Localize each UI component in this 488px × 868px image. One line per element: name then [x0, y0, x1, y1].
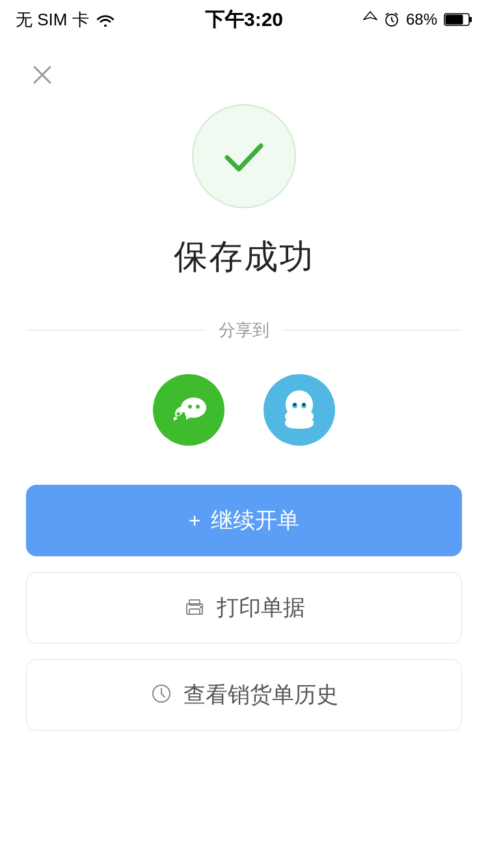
print-receipt-button[interactable]: 打印单据 [26, 572, 462, 644]
main-content: 保存成功 分享到 [0, 39, 488, 868]
battery-percentage: 68% [406, 10, 437, 29]
share-icons [153, 374, 335, 446]
wifi-icon [96, 12, 115, 27]
svg-point-9 [196, 405, 200, 409]
svg-rect-18 [189, 609, 200, 614]
divider-right [282, 330, 462, 331]
share-divider: 分享到 [26, 319, 462, 342]
alarm-icon [384, 11, 400, 28]
status-right: 68% [363, 10, 472, 29]
wechat-share-button[interactable] [153, 374, 224, 446]
view-history-button[interactable]: 查看销货单历史 [26, 659, 462, 731]
success-title: 保存成功 [174, 234, 314, 280]
checkmark-icon [218, 130, 270, 182]
svg-point-8 [188, 405, 192, 409]
sim-status: 无 SIM 卡 [16, 8, 89, 31]
qq-share-button[interactable] [264, 374, 335, 446]
svg-rect-5 [446, 15, 463, 25]
share-label: 分享到 [219, 319, 269, 342]
qq-icon [277, 387, 321, 433]
svg-point-14 [293, 403, 296, 406]
svg-line-22 [161, 694, 165, 697]
location-icon [363, 11, 377, 28]
svg-point-11 [182, 413, 185, 416]
share-section: 分享到 [26, 319, 462, 446]
action-buttons: + 继续开单 打印单据 查看销货单历史 [26, 485, 462, 731]
continue-order-label: 继续开单 [211, 506, 299, 536]
success-circle [192, 104, 296, 208]
status-time: 下午3:20 [205, 7, 283, 33]
battery-icon [444, 12, 472, 27]
view-history-label: 查看销货单历史 [183, 680, 338, 710]
svg-point-15 [303, 403, 305, 406]
svg-point-10 [177, 413, 180, 416]
print-receipt-label: 打印单据 [217, 593, 305, 623]
divider-left [26, 330, 206, 331]
svg-line-2 [392, 20, 394, 22]
continue-order-button[interactable]: + 继续开单 [26, 485, 462, 556]
svg-rect-4 [469, 17, 472, 22]
plus-icon: + [189, 510, 201, 531]
wechat-icon [167, 391, 211, 429]
status-left: 无 SIM 卡 [16, 8, 115, 31]
printer-icon [183, 595, 206, 621]
close-button[interactable] [26, 59, 59, 91]
svg-point-19 [200, 606, 202, 608]
status-bar: 无 SIM 卡 下午3:20 68% [0, 0, 488, 39]
history-icon [150, 682, 173, 709]
